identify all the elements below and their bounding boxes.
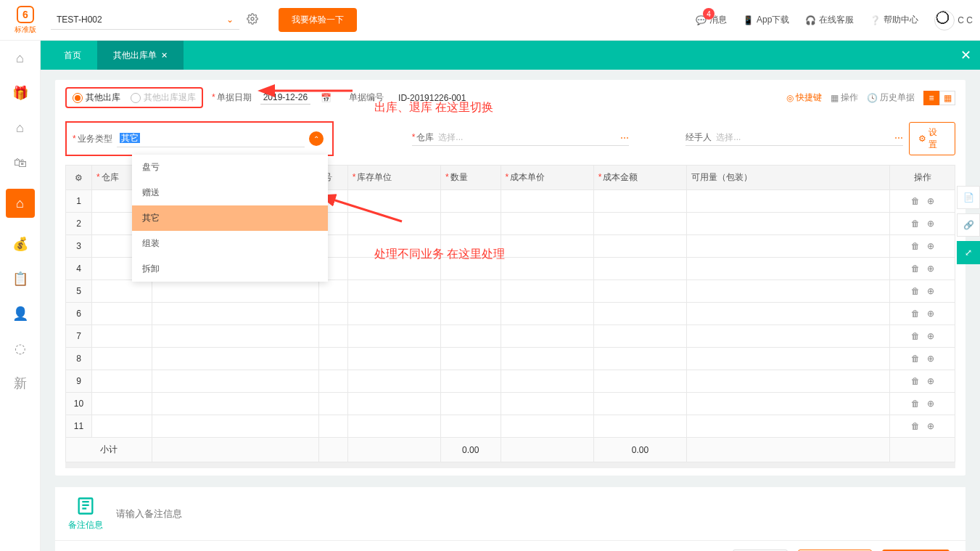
messages-link[interactable]: 💬 消息 4 <box>696 14 727 26</box>
shortcut-link[interactable]: ◎ 快捷键 <box>786 91 822 104</box>
gear-icon[interactable] <box>247 13 258 27</box>
col-available: 可用量（包装） <box>687 166 890 190</box>
try-button[interactable]: 我要体验一下 <box>279 8 357 32</box>
handler-select[interactable]: 经手人 选择... ⋯ <box>685 131 903 146</box>
delete-icon[interactable]: 🗑 <box>911 376 920 386</box>
add-icon[interactable]: ⊕ <box>927 264 934 274</box>
close-icon[interactable]: ✕ <box>161 51 168 60</box>
view-grid-icon[interactable]: ▦ <box>939 91 955 105</box>
add-icon[interactable]: ⊕ <box>927 331 934 341</box>
biztype-dropdown: 盘亏 赠送 其它 组装 拆卸 <box>132 155 328 282</box>
logo-icon: 6 <box>17 6 34 23</box>
operate-link[interactable]: ▦ 操作 <box>831 91 858 104</box>
col-gear[interactable]: ⚙ <box>66 166 92 190</box>
sidebar-contact-icon[interactable]: 👤 <box>12 305 29 322</box>
toolbar-right: ◎ 快捷键 ▦ 操作 🕓 历史单据 ≡ ▦ <box>786 91 955 105</box>
history-link[interactable]: 🕓 历史单据 <box>867 91 915 104</box>
user-menu[interactable]: C C <box>934 10 973 30</box>
add-icon[interactable]: ⊕ <box>927 421 934 431</box>
rail-note-icon[interactable]: 📄 <box>957 186 980 209</box>
delete-icon[interactable]: 🗑 <box>911 309 920 319</box>
sidebar-home-icon[interactable]: ⌂ <box>12 49 29 67</box>
settings-button[interactable]: ⚙ 设置 <box>909 122 955 155</box>
more-icon[interactable]: ⋯ <box>620 133 629 143</box>
subtotal-amount: 0.00 <box>593 438 686 462</box>
headset-icon: 🎧 <box>805 15 816 25</box>
tabs-close-all[interactable]: ✕ <box>951 47 980 63</box>
dropdown-opt-3[interactable]: 组装 <box>132 231 328 256</box>
sidebar-money-icon[interactable]: 💰 <box>12 235 29 253</box>
table-row[interactable]: 6 🗑⊕ <box>66 303 955 325</box>
delete-icon[interactable]: 🗑 <box>911 286 920 296</box>
tabs-bar: 首页 其他出库单 ✕ ✕ <box>41 41 980 70</box>
table-row[interactable]: 7 🗑⊕ <box>66 325 955 348</box>
sidebar-warehouse-icon[interactable]: ⌂ <box>6 189 35 218</box>
sidebar-new-icon[interactable]: 新 <box>12 375 29 392</box>
history-icon: 🕓 <box>867 93 878 103</box>
col-cost-amount: *成本金额 <box>593 166 686 190</box>
table-row[interactable]: 9 🗑⊕ <box>66 370 955 393</box>
rail-link-icon[interactable]: 🔗 <box>957 213 980 237</box>
online-service-link[interactable]: 🎧 在线客服 <box>805 14 854 26</box>
add-icon[interactable]: ⊕ <box>927 196 934 206</box>
col-qty: *数量 <box>440 166 501 190</box>
add-icon[interactable]: ⊕ <box>927 376 934 386</box>
help-center-link[interactable]: ❔ 帮助中心 <box>870 14 918 26</box>
date-input[interactable]: 2019-12-26 <box>260 91 310 105</box>
app-download-link[interactable]: 📱 App下载 <box>743 14 789 26</box>
view-list-icon[interactable]: ≡ <box>923 91 939 105</box>
delete-icon[interactable]: 🗑 <box>911 421 920 431</box>
remark-input[interactable] <box>116 508 952 519</box>
table-row[interactable]: 5 🗑⊕ <box>66 280 955 303</box>
biztype-input[interactable]: 其它 <box>117 130 305 147</box>
calendar-icon[interactable]: 📅 <box>321 93 332 103</box>
delete-icon[interactable]: 🗑 <box>911 264 920 274</box>
col-cost-price: *成本单价 <box>501 166 593 190</box>
add-icon[interactable]: ⊕ <box>927 286 934 296</box>
svg-point-0 <box>251 17 254 20</box>
delete-icon[interactable]: 🗑 <box>911 241 920 251</box>
add-icon[interactable]: ⊕ <box>927 309 934 319</box>
grid-icon: ▦ <box>831 93 839 103</box>
dropdown-opt-4[interactable]: 拆卸 <box>132 256 328 282</box>
sidebar-gift-icon[interactable]: 🎁 <box>12 84 29 102</box>
form-row-2: *业务类型 其它 ⌃ 盘亏 赠送 其它 组装 拆卸 *仓库 <box>65 121 955 156</box>
account-select[interactable]: TEST-H002 ⌄ <box>51 10 239 30</box>
delete-icon[interactable]: 🗑 <box>911 219 920 229</box>
radio-outbound[interactable]: 其他出库 <box>73 91 120 104</box>
tab-home[interactable]: 首页 <box>48 41 97 70</box>
messages-badge: 4 <box>703 8 715 20</box>
rail-expand-icon[interactable]: ⤢ <box>957 241 980 264</box>
dropdown-opt-1[interactable]: 赠送 <box>132 180 328 205</box>
more-icon[interactable]: ⋯ <box>894 133 903 143</box>
col-operate: 操作 <box>890 166 955 190</box>
delete-icon[interactable]: 🗑 <box>911 399 920 409</box>
tab-current[interactable]: 其他出库单 ✕ <box>97 41 184 70</box>
col-stock-unit: *库存单位 <box>347 166 440 190</box>
delete-icon[interactable]: 🗑 <box>911 354 920 364</box>
table-row[interactable]: 8 🗑⊕ <box>66 348 955 370</box>
radio-return[interactable]: 其他出库退库 <box>131 91 196 104</box>
table-row[interactable]: 10 🗑⊕ <box>66 393 955 415</box>
sidebar-bag-icon[interactable]: 🛍 <box>12 154 29 171</box>
sidebar: ⌂ 🎁 ⌂ 🛍 ⌂ 💰 📋 👤 ◌ 新 <box>0 41 41 551</box>
add-icon[interactable]: ⊕ <box>927 354 934 364</box>
sidebar-clipboard-icon[interactable]: 📋 <box>12 270 29 287</box>
subtotal-qty: 0.00 <box>440 438 501 462</box>
scroll-hint <box>65 462 955 468</box>
add-icon[interactable]: ⊕ <box>927 219 934 229</box>
chevron-up-icon[interactable]: ⌃ <box>309 131 324 146</box>
delete-icon[interactable]: 🗑 <box>911 196 920 206</box>
radio-checked-icon <box>73 93 83 103</box>
add-icon[interactable]: ⊕ <box>927 241 934 251</box>
dropdown-opt-0[interactable]: 盘亏 <box>132 155 328 180</box>
delete-icon[interactable]: 🗑 <box>911 331 920 341</box>
table-row[interactable]: 11 🗑⊕ <box>66 415 955 438</box>
warehouse-select[interactable]: *仓库 选择... ⋯ <box>412 131 630 146</box>
target-icon: ◎ <box>786 93 794 103</box>
add-icon[interactable]: ⊕ <box>927 399 934 409</box>
sidebar-house-icon[interactable]: ⌂ <box>12 119 29 136</box>
right-rail: 📄 🔗 ⤢ <box>957 186 980 264</box>
sidebar-dots-icon[interactable]: ◌ <box>12 340 29 357</box>
dropdown-opt-2[interactable]: 其它 <box>132 205 328 231</box>
